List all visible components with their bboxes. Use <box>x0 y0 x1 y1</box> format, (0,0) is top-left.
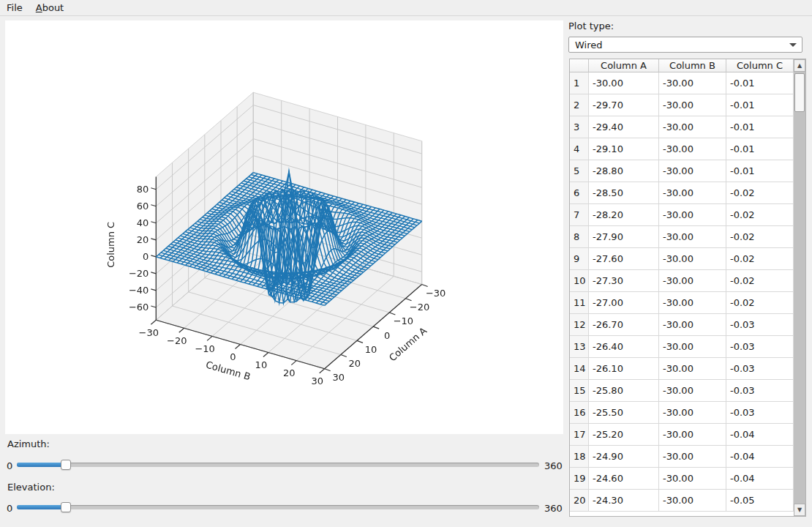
table-cell[interactable]: -28.20 <box>589 204 659 226</box>
table-scrollbar[interactable]: ▲ ▼ <box>794 59 805 516</box>
table-row[interactable]: 17-25.20-30.00-0.04 <box>570 424 805 446</box>
azimuth-slider[interactable] <box>17 463 539 467</box>
table-cell[interactable]: -28.50 <box>589 182 659 204</box>
table-row[interactable]: 11-27.00-30.00-0.02 <box>570 292 805 314</box>
table-cell[interactable]: -0.02 <box>726 248 794 270</box>
table-cell[interactable]: -0.04 <box>726 446 794 468</box>
table-row[interactable]: 5-28.80-30.00-0.01 <box>570 160 805 182</box>
table-cell[interactable]: -0.01 <box>726 72 794 94</box>
row-number-cell[interactable]: 14 <box>570 358 589 380</box>
table-row[interactable]: 18-24.90-30.00-0.04 <box>570 446 805 468</box>
row-number-cell[interactable]: 9 <box>570 248 589 270</box>
table-cell[interactable]: -29.10 <box>589 138 659 160</box>
table-cell[interactable]: -0.04 <box>726 424 794 446</box>
table-row[interactable]: 9-27.60-30.00-0.02 <box>570 248 805 270</box>
table-cell[interactable]: -30.00 <box>659 160 726 182</box>
table-cell[interactable]: -0.03 <box>726 314 794 336</box>
table-row[interactable]: 12-26.70-30.00-0.03 <box>570 314 805 336</box>
table-row[interactable]: 6-28.50-30.00-0.02 <box>570 182 805 204</box>
table-row[interactable]: 8-27.90-30.00-0.02 <box>570 226 805 248</box>
row-number-cell[interactable]: 20 <box>570 490 589 512</box>
table-cell[interactable]: -0.01 <box>726 116 794 138</box>
table-cell[interactable]: -29.40 <box>589 116 659 138</box>
table-cell[interactable]: -24.60 <box>589 468 659 490</box>
table-cell[interactable]: -30.00 <box>659 446 726 468</box>
table-cell[interactable]: -30.00 <box>659 116 726 138</box>
table-cell[interactable]: -24.30 <box>589 490 659 512</box>
table-cell[interactable]: -0.01 <box>726 138 794 160</box>
row-number-cell[interactable]: 19 <box>570 468 589 490</box>
table-cell[interactable]: -0.02 <box>726 204 794 226</box>
table-cell[interactable]: -30.00 <box>659 358 726 380</box>
plot-canvas[interactable] <box>5 20 563 434</box>
table-cell[interactable]: -30.00 <box>659 226 726 248</box>
table-cell[interactable]: -30.00 <box>659 94 726 116</box>
row-number-cell[interactable]: 7 <box>570 204 589 226</box>
table-row[interactable]: 19-24.60-30.00-0.04 <box>570 468 805 490</box>
row-number-cell[interactable]: 13 <box>570 336 589 358</box>
table-row[interactable]: 13-26.40-30.00-0.03 <box>570 336 805 358</box>
row-number-cell[interactable]: 18 <box>570 446 589 468</box>
table-cell[interactable]: -26.70 <box>589 314 659 336</box>
table-cell[interactable]: -26.40 <box>589 336 659 358</box>
table-cell[interactable]: -30.00 <box>659 138 726 160</box>
table-cell[interactable]: -0.02 <box>726 270 794 292</box>
table-cell[interactable]: -0.03 <box>726 336 794 358</box>
table-row[interactable]: 15-25.80-30.00-0.03 <box>570 380 805 402</box>
table-cell[interactable]: -0.03 <box>726 358 794 380</box>
elevation-slider[interactable] <box>17 505 539 509</box>
table-header-column-a[interactable]: Column A <box>589 59 659 72</box>
table-cell[interactable]: -0.04 <box>726 468 794 490</box>
row-number-cell[interactable]: 16 <box>570 402 589 424</box>
table-cell[interactable]: -0.01 <box>726 160 794 182</box>
table-cell[interactable]: -30.00 <box>659 182 726 204</box>
table-cell[interactable]: -30.00 <box>659 336 726 358</box>
table-cell[interactable]: -29.70 <box>589 94 659 116</box>
row-number-cell[interactable]: 4 <box>570 138 589 160</box>
row-number-cell[interactable]: 6 <box>570 182 589 204</box>
table-cell[interactable]: -26.10 <box>589 358 659 380</box>
table-cell[interactable]: -30.00 <box>659 314 726 336</box>
table-cell[interactable]: -30.00 <box>659 490 726 512</box>
row-number-cell[interactable]: 15 <box>570 380 589 402</box>
table-cell[interactable]: -30.00 <box>659 204 726 226</box>
row-number-cell[interactable]: 2 <box>570 94 589 116</box>
table-cell[interactable]: -27.30 <box>589 270 659 292</box>
table-header-column-c[interactable]: Column C <box>726 59 794 72</box>
table-cell[interactable]: -24.90 <box>589 446 659 468</box>
table-cell[interactable]: -30.00 <box>659 72 726 94</box>
table-cell[interactable]: -30.00 <box>659 248 726 270</box>
table-cell[interactable]: -30.00 <box>659 468 726 490</box>
table-cell[interactable]: -0.03 <box>726 380 794 402</box>
table-cell[interactable]: -27.60 <box>589 248 659 270</box>
menubar-item-file[interactable]: File <box>0 1 29 15</box>
scrollbar-down-icon[interactable]: ▼ <box>794 504 805 516</box>
table-cell[interactable]: -0.03 <box>726 402 794 424</box>
table-cell[interactable]: -30.00 <box>659 424 726 446</box>
azimuth-slider-handle[interactable] <box>61 460 71 470</box>
row-number-cell[interactable]: 5 <box>570 160 589 182</box>
row-number-cell[interactable]: 12 <box>570 314 589 336</box>
table-row[interactable]: 4-29.10-30.00-0.01 <box>570 138 805 160</box>
table-cell[interactable]: -30.00 <box>659 380 726 402</box>
table-row[interactable]: 14-26.10-30.00-0.03 <box>570 358 805 380</box>
table-cell[interactable]: -0.02 <box>726 226 794 248</box>
table-cell[interactable]: -0.05 <box>726 490 794 512</box>
table-row[interactable]: 16-25.50-30.00-0.03 <box>570 402 805 424</box>
table-cell[interactable]: -27.90 <box>589 226 659 248</box>
row-number-cell[interactable]: 17 <box>570 424 589 446</box>
table-cell[interactable]: -25.80 <box>589 380 659 402</box>
row-number-cell[interactable]: 11 <box>570 292 589 314</box>
table-cell[interactable]: -27.00 <box>589 292 659 314</box>
table-cell[interactable]: -0.02 <box>726 182 794 204</box>
table-header-column-b[interactable]: Column B <box>659 59 726 72</box>
row-number-cell[interactable]: 1 <box>570 72 589 94</box>
table-cell[interactable]: -30.00 <box>659 270 726 292</box>
row-number-cell[interactable]: 3 <box>570 116 589 138</box>
row-number-cell[interactable]: 8 <box>570 226 589 248</box>
table-row[interactable]: 2-29.70-30.00-0.01 <box>570 94 805 116</box>
table-row[interactable]: 1-30.00-30.00-0.01 <box>570 72 805 94</box>
table-row[interactable]: 20-24.30-30.00-0.05 <box>570 490 805 512</box>
scrollbar-thumb[interactable] <box>794 73 805 112</box>
menubar-item-about[interactable]: About <box>29 1 70 15</box>
